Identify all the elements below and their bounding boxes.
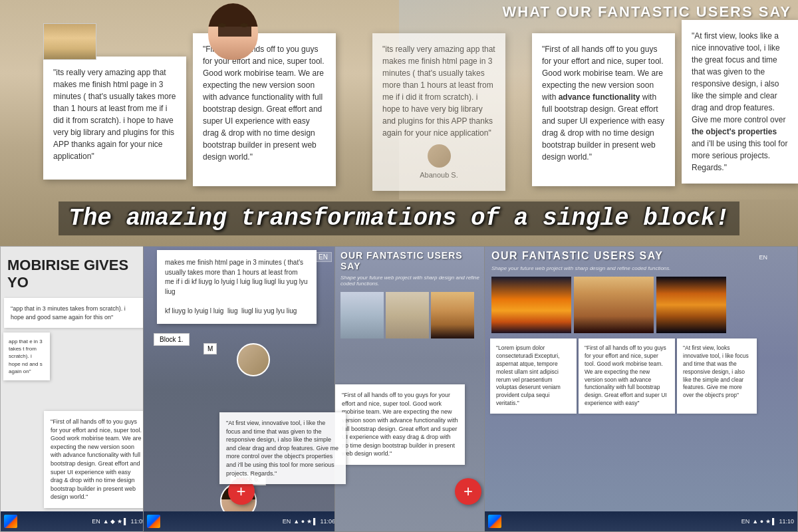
- mobirise-title: MOBIRISE GIVES YO: [1, 247, 149, 295]
- screenshot-4: OUR FANTASTIC USERS SAY Shape your futur…: [484, 246, 798, 532]
- screenshot-1: MOBIRISE GIVES YO "app that in 3 minutes…: [0, 246, 150, 532]
- testimonial-card-1: "its really very amazing app that makes …: [43, 57, 186, 180]
- tagline-text: Shape your future web project with sharp…: [335, 275, 488, 290]
- far-left-card: app that e in 3 takes t from scratch). i…: [3, 332, 50, 380]
- sunset-row: [485, 275, 797, 335]
- landscape-row: [335, 290, 488, 340]
- landscape-thumb-1: [340, 292, 384, 338]
- testimonial-card-4: "First of all hands off to you guys for …: [532, 33, 675, 186]
- heading-text: The amazing transformations of a single …: [59, 201, 739, 235]
- portrait-top: [193, 0, 273, 73]
- edit-card: makes me finish html page in 3 minutes (…: [157, 250, 317, 324]
- taskbar-right-2: EN ▲ ● ★ ▌ 11:06: [283, 518, 335, 525]
- tagline-right: Shape your future web project with sharp…: [485, 265, 797, 275]
- icons-2: ▲ ● ★ ▌: [293, 518, 317, 525]
- en-lang-2: EN: [315, 252, 332, 262]
- lang-2: EN: [283, 518, 291, 525]
- taskbar-right-4: EN ▲ ● ★ ▌ 11:10: [741, 518, 794, 525]
- lang-4: EN: [741, 518, 750, 525]
- card-1-text: "its really very amazing app that makes …: [53, 68, 176, 161]
- sunset-thumb-1: [491, 277, 571, 333]
- lang-badge-2: EN: [315, 250, 332, 262]
- block-label-m: M: [203, 343, 217, 354]
- card-5-text: "At first view, looks like a nice innova…: [692, 31, 787, 172]
- sunset-thumb-2: [574, 277, 654, 333]
- bottom-card-partial-1: "First of all hands off to you guys for …: [335, 384, 465, 465]
- inner-card-2: "First of all hands off to you guys for …: [44, 411, 149, 508]
- sunset-thumb-3: [656, 277, 726, 333]
- landscape-thumb-2: [386, 292, 429, 338]
- main-heading: The amazing transformations of a single …: [0, 205, 798, 232]
- card-4-text: "First of all hands off to you guys for …: [542, 45, 664, 162]
- icons-4: ▲ ● ★ ▌: [752, 518, 776, 525]
- taskbar-1: EN ▲ ◆ ★ ▌ 11:05: [1, 511, 149, 531]
- lang-1: EN: [92, 518, 100, 525]
- taskbar-2: EN ▲ ● ★ ▌ 11:06: [144, 511, 338, 531]
- testimonial-card-3: "its really very amazing app that makes …: [372, 33, 505, 191]
- taskbar-right-1: EN ▲ ◆ ★ ▌ 11:05: [92, 518, 146, 525]
- card-3-text: "its really very amazing app that makes …: [382, 45, 495, 138]
- lang-badge-right: EN: [759, 250, 767, 262]
- landscape-thumb-3: [431, 292, 474, 338]
- inner-card-1: "app that in 3 minutes takes from scratc…: [4, 298, 146, 328]
- screenshot-2: makes me finish html page in 3 minutes (…: [143, 246, 339, 532]
- header-users-say: WHAT OUR FANTASTIC USERS SAY: [412, 3, 798, 21]
- bottom-card-3: "At first view, looks innovative tool, i…: [677, 338, 757, 414]
- partial-edit-card: "At first view, innovative tool, i like …: [219, 412, 346, 484]
- windows-logo-4: [488, 515, 501, 528]
- small-landscape-image: [43, 23, 96, 60]
- screenshot-3: OUR FANTASTIC USERS SAY Shape your futur…: [334, 246, 489, 532]
- taskbar-4: EN ▲ ● ★ ▌ 11:10: [485, 511, 797, 531]
- en-lang-right: EN: [759, 254, 767, 261]
- icons-1: ▲ ◆ ★ ▌: [103, 518, 128, 525]
- lorem-card: "Lorem ipsum dolor consecteturadi Except…: [490, 338, 577, 414]
- users-say-right: OUR FANTASTIC USERS SAY: [485, 247, 797, 265]
- add-button-3[interactable]: +: [455, 478, 481, 505]
- face-portrait: [208, 3, 258, 60]
- avatar-1: [237, 343, 270, 376]
- time-2: 11:06: [320, 518, 335, 525]
- block-label-1: Block 1.: [154, 333, 190, 346]
- users-say-partial: OUR FANTASTIC USERS SAY: [335, 247, 488, 275]
- windows-logo-1: [4, 515, 17, 528]
- bottom-cards-row: "Lorem ipsum dolor consecteturadi Except…: [485, 335, 797, 417]
- testimonial-card-5: "At first view, looks like a nice innova…: [682, 20, 798, 184]
- windows-logo-2: [147, 515, 160, 528]
- time-4: 11:10: [779, 518, 794, 525]
- author-tag: Abanoub S.: [382, 144, 495, 181]
- bottom-card-2: "First of all hands off to you guys for …: [579, 338, 675, 414]
